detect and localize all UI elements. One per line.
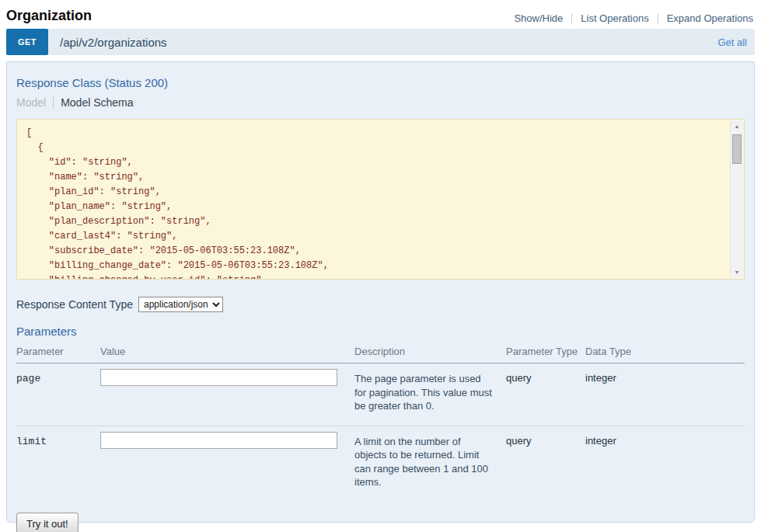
- response-class-heading: Response Class (Status 200): [16, 76, 745, 89]
- param-value-cell: [100, 432, 354, 489]
- model-schema-snippet: [ { "id": "string", "name": "string", "p…: [16, 119, 745, 280]
- code-scrollbar[interactable]: ▲ ▼: [730, 120, 743, 278]
- param-name: page: [16, 369, 100, 413]
- page: Organization Show/Hide List Operations E…: [0, 0, 761, 523]
- get-all-link[interactable]: Get all: [717, 37, 747, 48]
- page-value-input[interactable]: [100, 369, 337, 386]
- schema-code: [ { "id": "string", "name": "string", "p…: [17, 120, 744, 280]
- show-hide-link[interactable]: Show/Hide: [514, 12, 563, 24]
- col-header-parameter-type: Parameter Type: [506, 346, 585, 357]
- param-data-type: integer: [585, 369, 745, 413]
- param-type: query: [506, 369, 585, 413]
- tab-divider: [53, 96, 54, 109]
- endpoint-bar: GET /api/v2/organizations Get all: [6, 29, 755, 55]
- tab-model[interactable]: Model: [16, 96, 46, 109]
- param-value-cell: [100, 369, 354, 413]
- col-header-value: Value: [100, 346, 354, 357]
- list-operations-link[interactable]: List Operations: [581, 12, 648, 24]
- parameters-table-header: Parameter Value Description Parameter Ty…: [16, 346, 745, 363]
- link-separator: [571, 13, 572, 24]
- schema-tabs: Model Model Schema: [16, 96, 745, 109]
- try-it-out-button[interactable]: Try it out!: [16, 513, 79, 532]
- parameters-heading: Parameters: [16, 325, 745, 338]
- scrollbar-thumb[interactable]: [732, 134, 742, 164]
- param-row-limit: limit A limit on the number of objects t…: [16, 426, 745, 502]
- page-title: Organization: [6, 8, 92, 24]
- param-row-page: page The page parameter is used for pagi…: [16, 363, 745, 426]
- response-content-type-label: Response Content Type: [16, 298, 133, 311]
- tab-model-schema[interactable]: Model Schema: [61, 96, 133, 109]
- expand-operations-link[interactable]: Expand Operations: [667, 12, 753, 24]
- col-header-description: Description: [354, 346, 506, 357]
- param-description: A limit on the number of objects to be r…: [354, 432, 506, 489]
- param-name: limit: [16, 432, 100, 489]
- param-data-type: integer: [585, 432, 745, 489]
- limit-value-input[interactable]: [100, 432, 337, 449]
- endpoint-path-link[interactable]: /api/v2/organizations: [60, 36, 167, 49]
- operation-panel: Response Class (Status 200) Model Model …: [6, 61, 755, 523]
- link-separator: [658, 13, 658, 24]
- page-header: Organization Show/Hide List Operations E…: [6, 5, 755, 29]
- response-content-type-select[interactable]: application/json: [138, 297, 223, 312]
- col-header-data-type: Data Type: [585, 346, 745, 357]
- param-type: query: [506, 432, 585, 489]
- col-header-parameter: Parameter: [16, 346, 100, 357]
- response-content-type-row: Response Content Type application/json: [16, 297, 745, 312]
- parameters-table: Parameter Value Description Parameter Ty…: [16, 346, 745, 502]
- http-method-badge[interactable]: GET: [6, 29, 48, 55]
- header-links: Show/Hide List Operations Expand Operati…: [514, 12, 753, 24]
- scroll-down-icon[interactable]: ▼: [731, 266, 743, 278]
- scroll-up-icon[interactable]: ▲: [731, 120, 743, 132]
- param-description: The page parameter is used for paginatio…: [354, 369, 506, 413]
